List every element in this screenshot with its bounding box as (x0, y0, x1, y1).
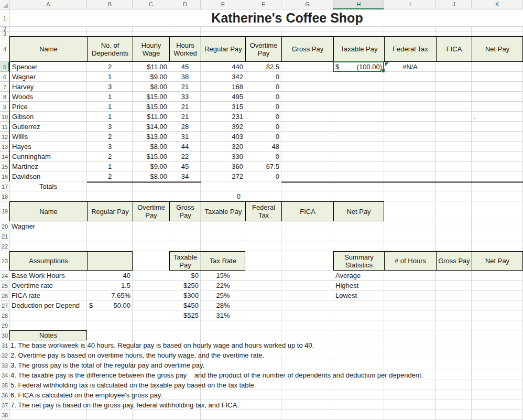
cell-dependents[interactable]: 3 (87, 122, 133, 132)
cell-taxable-pay[interactable] (333, 132, 384, 142)
cell-fica[interactable] (436, 132, 472, 142)
cell-dependents[interactable]: 2 (87, 62, 133, 72)
row-header-7[interactable]: 7 (0, 82, 9, 92)
row-header-34[interactable]: 34 (0, 370, 9, 380)
row-header-35[interactable]: 35 (0, 380, 9, 390)
payroll-header-hourly-wage[interactable]: Hourly Wage (133, 36, 169, 62)
cell-federal-tax[interactable] (384, 161, 436, 171)
cell-overtime-pay[interactable]: 82.5 (245, 62, 281, 72)
cell-regular-pay[interactable]: 360 (201, 161, 245, 171)
cell-tax-rate[interactable]: 31% (201, 310, 245, 320)
note-line[interactable]: 4. The taxable pay is the difference bet… (9, 370, 523, 380)
row-header-18[interactable]: 18 (0, 191, 9, 201)
cell-federal-tax[interactable] (384, 102, 436, 112)
cell-hours-worked[interactable]: 28 (169, 122, 201, 132)
row-header-4[interactable]: 4 (0, 36, 9, 62)
cell-taxable-pay[interactable] (333, 112, 384, 122)
cell-dependents[interactable]: 1 (87, 102, 133, 112)
cell-assumption-label[interactable]: Base Work Hours (9, 271, 87, 281)
row-header-20[interactable]: 20 (0, 221, 9, 231)
cell-federal-tax[interactable] (384, 171, 436, 181)
column-header-j[interactable]: J (436, 0, 472, 9)
cell-gross-pay[interactable] (281, 62, 333, 72)
fill-handle[interactable] (381, 69, 385, 73)
cell-fica[interactable] (436, 82, 472, 92)
note-line[interactable]: 7. The net pay is based on the gross pay… (9, 400, 523, 410)
cell-hourly-wage[interactable]: $11.00 (133, 112, 169, 122)
cell-hours-worked[interactable]: 45 (169, 161, 201, 171)
cell-gross-pay[interactable] (281, 132, 333, 142)
cell-assumption-value[interactable]: 1.5 (87, 281, 133, 290)
column-header-i[interactable]: I (384, 0, 436, 9)
cell-gross-pay[interactable] (281, 72, 333, 82)
assumptions-header[interactable]: Assumptions (9, 251, 87, 271)
cell-fica[interactable] (436, 142, 472, 152)
cell-hourly-wage[interactable]: $15.00 (133, 152, 169, 161)
cell-dependents[interactable]: 1 (87, 112, 133, 122)
cell-tax-rate[interactable]: 28% (201, 300, 245, 310)
cell-hourly-wage[interactable]: $9.00 (133, 161, 169, 171)
cell-tax-bracket[interactable]: $525 (169, 310, 201, 320)
cell-employee-name[interactable]: Harvey (9, 82, 87, 92)
detail-header-name[interactable]: Name (9, 201, 87, 221)
row-header-9[interactable]: 9 (0, 102, 9, 112)
cell-hourly-wage[interactable]: $11.00 (133, 62, 169, 72)
payroll-header-name[interactable]: Name (9, 36, 87, 62)
cell-hourly-wage[interactable]: $14.00 (133, 122, 169, 132)
cell-net-pay[interactable] (472, 62, 523, 72)
column-header-d[interactable]: D (169, 0, 201, 9)
row-header-25[interactable]: 25 (0, 281, 9, 290)
cell-taxable-pay[interactable] (333, 171, 384, 181)
cell-federal-tax[interactable] (384, 112, 436, 122)
detail-header-fica[interactable]: FICA (281, 201, 333, 221)
row-header-6[interactable]: 6 (0, 72, 9, 82)
cell-gross-pay[interactable] (281, 92, 333, 102)
row-header-1[interactable]: 1 (0, 9, 9, 27)
row-header-28[interactable]: 28 (0, 310, 9, 320)
row-header-10[interactable]: 10 (0, 112, 9, 122)
cell-gross-pay[interactable] (281, 102, 333, 112)
cell-fica[interactable] (436, 112, 472, 122)
cell-regular-pay[interactable]: 315 (201, 102, 245, 112)
row-header-8[interactable]: 8 (0, 92, 9, 102)
cell-dependents[interactable]: 2 (87, 132, 133, 142)
detail-header-regular-pay[interactable]: Regular Pay (87, 201, 133, 221)
cell-regular-pay[interactable]: 320 (201, 142, 245, 152)
row-header-31[interactable]: 31 (0, 340, 9, 350)
payroll-header-regular-pay[interactable]: Regular Pay (201, 36, 245, 62)
row-header-38[interactable]: 38 (0, 410, 9, 420)
row-header-27[interactable]: 27 (0, 300, 9, 310)
cell-tax-rate[interactable]: 15% (201, 271, 245, 281)
cell-regular-pay[interactable]: 231 (201, 112, 245, 122)
cell-fica[interactable] (436, 152, 472, 161)
cell-employee-name[interactable]: Martinez (9, 161, 87, 171)
row-header-22[interactable]: 22 (0, 241, 9, 251)
cell-dependents[interactable]: 3 (87, 142, 133, 152)
payroll-header-net-pay[interactable]: Net Pay (472, 36, 523, 62)
column-header-e[interactable]: E (201, 0, 245, 9)
cell-tax-bracket[interactable]: $0 (169, 271, 201, 281)
cell-overtime-pay[interactable]: 0 (245, 72, 281, 82)
cell-overtime-pay[interactable]: 0 (245, 152, 281, 161)
payroll-header-taxable-pay[interactable]: Taxable Pay (333, 36, 384, 62)
cell-overtime-pay[interactable]: 0 (245, 122, 281, 132)
cell-fica[interactable] (436, 72, 472, 82)
cell-assumption-label[interactable]: FICA rate (9, 290, 87, 300)
cell-federal-tax[interactable] (384, 152, 436, 161)
tax-header-tax-rate[interactable]: Tax Rate (201, 251, 245, 271)
title-cell[interactable]: Katherine's Coffee Shop (9, 9, 523, 26)
cell-overtime-pay[interactable]: 0 (245, 102, 281, 112)
note-line[interactable]: 6. FICA is calculated on the employee's … (9, 390, 523, 400)
payroll-header-dependents[interactable]: No. of Dependents (87, 36, 133, 62)
cell-overtime-pay[interactable]: 0 (245, 112, 281, 122)
cell-tax-bracket[interactable]: $450 (169, 300, 201, 310)
column-header-g[interactable]: G (281, 0, 333, 9)
detail-header-gross-pay[interactable]: Gross Pay (169, 201, 201, 221)
cell-employee-name[interactable]: Woods (9, 92, 87, 102)
cell-employee-name[interactable]: Spencer (9, 62, 87, 72)
cell-employee-name[interactable]: Willis (9, 132, 87, 142)
cell-gross-pay[interactable] (281, 142, 333, 152)
cell-overtime-pay[interactable]: 0 (245, 82, 281, 92)
cell-fica[interactable] (436, 171, 472, 181)
cell-taxable-pay[interactable] (333, 142, 384, 152)
